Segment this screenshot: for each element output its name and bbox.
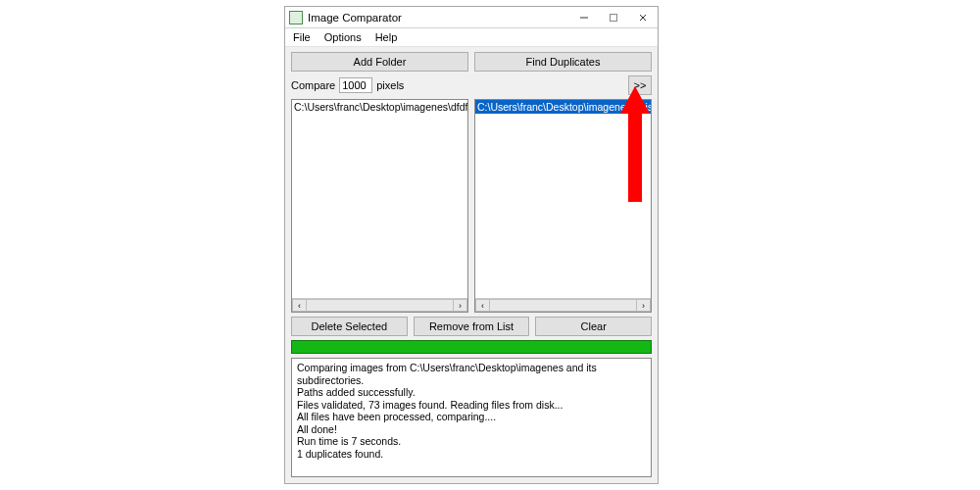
log-line: Paths added successfully. (297, 386, 646, 399)
compare-pixels-input[interactable] (339, 77, 372, 93)
right-list[interactable]: C:\Users\franc\Desktop\imagenes\paisaje … (474, 99, 652, 313)
titlebar: Image Comparator (285, 7, 658, 28)
expand-button[interactable]: >> (628, 75, 652, 95)
list-item[interactable]: C:\Users\franc\Desktop\imagenes\dfdf.jpg (292, 100, 467, 114)
scroll-left-icon[interactable]: ‹ (475, 299, 490, 312)
window-controls (569, 7, 658, 27)
close-button[interactable] (628, 7, 658, 27)
app-window: Image Comparator File Options Help Add F… (284, 6, 659, 484)
clear-button[interactable]: Clear (535, 317, 652, 336)
add-folder-button[interactable]: Add Folder (291, 52, 468, 72)
scroll-left-icon[interactable]: ‹ (292, 299, 307, 312)
scroll-track[interactable] (490, 299, 636, 312)
right-list-hscrollbar[interactable]: ‹ › (475, 298, 651, 312)
progress-bar (291, 340, 652, 354)
find-duplicates-button[interactable]: Find Duplicates (474, 52, 652, 72)
left-list-hscrollbar[interactable]: ‹ › (292, 298, 467, 312)
log-line: Comparing images from C:\Users\franc\Des… (297, 362, 646, 386)
app-icon (289, 11, 303, 24)
scroll-track[interactable] (307, 299, 453, 312)
menu-help[interactable]: Help (375, 31, 398, 43)
menubar: File Options Help (285, 28, 658, 47)
minimize-button[interactable] (569, 7, 599, 27)
log-line: Run time is 7 seconds. (297, 435, 646, 448)
log-line: All files have been processed, comparing… (297, 411, 646, 423)
left-list[interactable]: C:\Users\franc\Desktop\imagenes\dfdf.jpg… (291, 99, 468, 313)
compare-label: Compare (291, 79, 335, 91)
menu-file[interactable]: File (293, 31, 311, 43)
remove-from-list-button[interactable]: Remove from List (414, 317, 530, 336)
delete-selected-button[interactable]: Delete Selected (291, 317, 408, 336)
content-area: Add Folder Find Duplicates Compare pixel… (285, 47, 658, 483)
pixels-label: pixels (376, 79, 404, 91)
list-item[interactable]: C:\Users\franc\Desktop\imagenes\paisaje (475, 100, 651, 114)
scroll-right-icon[interactable]: › (453, 299, 467, 312)
log-output[interactable]: Comparing images from C:\Users\franc\Des… (291, 358, 652, 477)
log-line: Files validated, 73 images found. Readin… (297, 399, 646, 412)
menu-options[interactable]: Options (324, 31, 362, 43)
maximize-button[interactable] (599, 7, 628, 27)
svg-rect-0 (611, 14, 617, 21)
scroll-right-icon[interactable]: › (636, 299, 651, 312)
window-title: Image Comparator (308, 12, 569, 24)
log-line: 1 duplicates found. (297, 448, 646, 461)
log-line: All done! (297, 423, 646, 436)
